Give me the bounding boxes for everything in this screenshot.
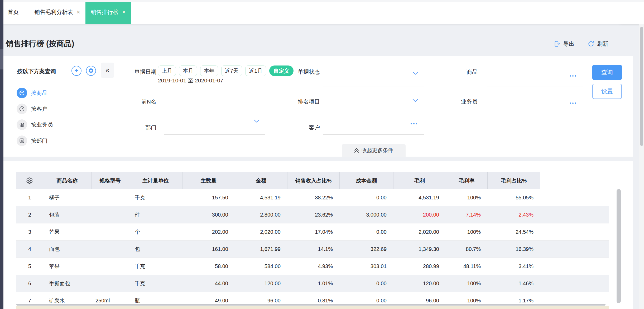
table-cell: 手撕面包 (43, 275, 92, 292)
horizontal-scrollbar[interactable] (16, 304, 609, 306)
date-range-value[interactable]: 2019-10-01 至 2020-01-07 (158, 77, 223, 84)
summary-divider (43, 306, 43, 309)
table-cell: 322.69 (340, 241, 393, 258)
col-spec-model[interactable]: 规格型号 (92, 172, 129, 189)
table-row[interactable]: 6手撕面包千克44.00120.001.01%0.00120.00100%1.4… (16, 275, 609, 292)
table-cell: 584.00 (235, 258, 287, 275)
table-cell-empty (540, 206, 609, 223)
table-cell: 120.00 (393, 275, 446, 292)
scheme-item-by-customer[interactable]: 按客户 (3, 101, 114, 117)
preset-last-1-month[interactable]: 近1月 (245, 65, 266, 76)
table-cell-empty (540, 258, 609, 275)
scheme-settings-button[interactable] (86, 66, 96, 76)
col-empty (540, 172, 609, 189)
table-cell: 300.00 (182, 206, 235, 223)
row-rank: 7 (16, 292, 43, 303)
rank-item-select[interactable] (323, 101, 424, 114)
settings-button[interactable]: 设置 (592, 84, 622, 99)
top-n-input[interactable] (164, 101, 265, 114)
salesman-picker[interactable] (487, 101, 583, 114)
scheme-item-by-product[interactable]: 按商品 (3, 85, 114, 101)
page-scrollbar[interactable] (639, 24, 644, 309)
table-cell: 0.00 (340, 223, 393, 240)
table-row[interactable]: 3芒果个202.002,020.0017.04%0.002,020.00100%… (16, 223, 609, 241)
add-scheme-button[interactable]: + (71, 66, 81, 76)
table-cell: 件 (129, 206, 182, 223)
customer-picker[interactable] (323, 121, 424, 135)
collapse-more-conditions[interactable]: 收起更多条件 (342, 144, 406, 157)
scheme-item-label: 按客户 (31, 105, 47, 113)
table-cell: 0.81% (287, 292, 340, 303)
preset-this-month[interactable]: 本月 (179, 65, 197, 76)
table-cell-empty (540, 292, 609, 303)
col-gross-margin[interactable]: 毛利率 (446, 172, 488, 189)
table-cell: 38.22% (287, 189, 340, 206)
column-settings-button[interactable] (16, 172, 43, 189)
department-select[interactable] (164, 121, 265, 135)
page-scrollbar-thumb[interactable] (640, 27, 643, 146)
ellipsis-picker-icon[interactable] (570, 75, 576, 77)
table-body: 1橘子千克157.504,531.1938.22%0.004,531.19100… (16, 189, 609, 303)
row-rank: 3 (16, 223, 43, 240)
row-rank: 5 (16, 258, 43, 275)
scheme-item-by-department[interactable]: 按部门 (3, 133, 114, 149)
table-cell-empty (540, 223, 609, 240)
col-cost-amount[interactable]: 成本金额 (340, 172, 393, 189)
table-cell: -2.43% (488, 206, 540, 223)
tabbar-top-strip (3, 0, 644, 2)
table-cell: 161.00 (182, 241, 235, 258)
doc-status-select[interactable] (323, 74, 424, 87)
table-row[interactable]: 2包装件300.002,800.0023.62%3,000.00-200.00-… (16, 206, 609, 223)
export-button[interactable]: 导出 (554, 40, 574, 48)
table-cell: 49.00 (182, 292, 235, 303)
query-button[interactable]: 查询 (592, 65, 622, 80)
col-revenue-share[interactable]: 销售收入占比% (287, 172, 340, 189)
chevron-down-icon (412, 72, 418, 75)
table-cell: 0.00 (340, 292, 393, 303)
export-icon (554, 40, 561, 47)
nav-strip-highlight (0, 49, 3, 69)
ellipsis-picker-icon[interactable] (411, 123, 417, 124)
tab-sales-ranking[interactable]: 销售排行榜 × (85, 0, 131, 24)
table-cell: 芒果 (43, 223, 92, 240)
col-main-qty[interactable]: 主数量 (182, 172, 235, 189)
preset-this-year[interactable]: 本年 (200, 65, 218, 76)
table-cell-empty (540, 241, 609, 258)
table-row[interactable]: 1橘子千克157.504,531.1938.22%0.004,531.19100… (16, 189, 609, 206)
doc-status-label: 单据状态 (278, 68, 320, 76)
tab-sales-margin-report[interactable]: 销售毛利分析表 × (33, 0, 82, 24)
collapse-panel-button[interactable]: « (101, 63, 114, 78)
col-gross-profit[interactable]: 毛利 (393, 172, 446, 189)
department-label: 部门 (114, 124, 156, 132)
preset-last-month[interactable]: 上月 (158, 65, 176, 76)
table-cell: 千克 (129, 258, 182, 275)
preset-last-7-days[interactable]: 近7天 (221, 65, 242, 76)
table-cell: 2,020.00 (393, 223, 446, 240)
product-picker[interactable] (487, 74, 583, 87)
tab-home[interactable]: 首页 (6, 0, 20, 24)
col-main-unit[interactable]: 主计量单位 (129, 172, 182, 189)
table-cell: 120.00 (235, 275, 287, 292)
table-cell (92, 206, 129, 223)
collapse-more-label: 收起更多条件 (362, 147, 393, 154)
table-row[interactable]: 7矿泉水250ml瓶49.0096.000.81%0.0096.00100%1.… (16, 292, 609, 303)
col-profit-share[interactable]: 毛利占比% (488, 172, 540, 189)
close-tab-icon[interactable]: × (122, 9, 126, 16)
refresh-button[interactable]: 刷新 (588, 40, 608, 48)
table-cell: 16.39% (488, 241, 540, 258)
col-amount[interactable]: 金额 (235, 172, 287, 189)
collapsed-nav-strip[interactable] (0, 0, 3, 309)
table-cell: 橘子 (43, 189, 92, 206)
close-tab-icon[interactable]: × (77, 9, 80, 16)
table-row[interactable]: 4面包包161.001,671.9914.1%322.691,349.3080.… (16, 241, 609, 258)
horizontal-scrollbar-thumb[interactable] (16, 304, 605, 306)
gear-icon (26, 177, 33, 184)
ellipsis-picker-icon[interactable] (570, 102, 576, 104)
filter-panel: 单据日期 上月 本月 本年 近7天 近1月 自定义 2019-10-01 至 2… (114, 56, 633, 157)
scheme-item-label: 按部门 (31, 137, 47, 144)
col-product-name[interactable]: 商品名称 (43, 172, 92, 189)
scheme-item-by-salesman[interactable]: 按业务员 (3, 117, 114, 133)
query-scheme-panel: 按以下方案查询 + « 按商品 按客户 按业务员 (3, 56, 114, 157)
table-scrollbar-thumb[interactable] (617, 189, 621, 303)
table-row[interactable]: 5苹果千克58.00584.004.93%303.01280.9948.11%3… (16, 258, 609, 275)
